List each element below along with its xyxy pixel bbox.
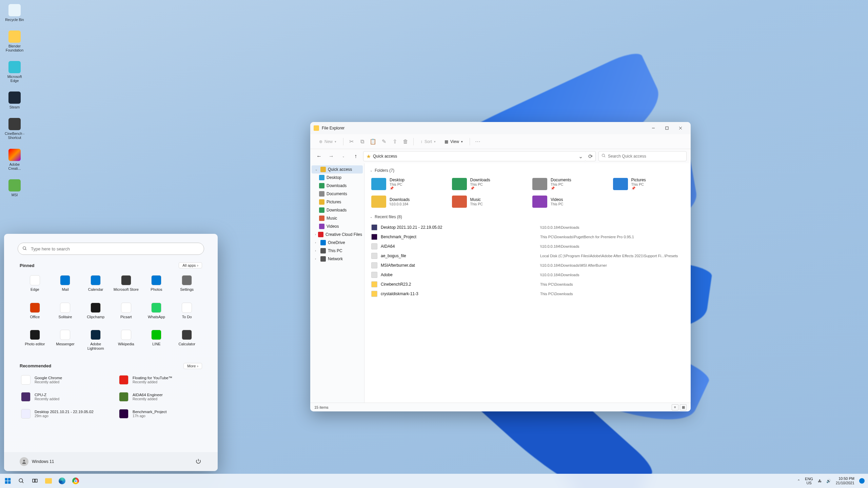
sidebar-item[interactable]: Music: [312, 214, 363, 222]
pinned-app[interactable]: Photo editor: [20, 328, 50, 352]
desktop-icon[interactable]: MSI: [4, 179, 25, 197]
sidebar-item[interactable]: › Creative Cloud Files: [312, 230, 363, 239]
sidebar-item[interactable]: › This PC: [312, 247, 363, 255]
folder-item[interactable]: Desktop This PC 📌: [370, 176, 444, 191]
chevron-down-icon[interactable]: ⌄: [578, 153, 583, 160]
desktop-icon[interactable]: Recycle Bin: [4, 4, 25, 22]
user-account-button[interactable]: Windows 11: [20, 457, 54, 466]
copy-icon[interactable]: ⧉: [358, 137, 367, 146]
recent-file[interactable]: Desktop 2021.10.21 - 22.19.05.02 \\10.0.…: [370, 223, 685, 232]
start-search[interactable]: [18, 243, 204, 255]
desktop-icon[interactable]: Steam: [4, 92, 25, 109]
sidebar-item[interactable]: Downloads: [312, 206, 363, 214]
sidebar-item[interactable]: ⌄ Quick access: [312, 165, 363, 174]
paste-icon[interactable]: 📋: [369, 137, 377, 146]
more-button[interactable]: More›: [183, 363, 202, 369]
folder-item[interactable]: Documents This PC 📌: [531, 176, 605, 191]
recommended-item[interactable]: CPU-Z Recently added: [20, 391, 104, 403]
pinned-app[interactable]: Solitaire: [50, 301, 81, 321]
desktop-icon[interactable]: CineBench - Shortcut: [4, 118, 25, 140]
pinned-app[interactable]: Calculator: [172, 328, 202, 352]
tray-notifications-icon[interactable]: [859, 478, 865, 484]
folder-item[interactable]: Music This PC: [451, 194, 525, 209]
pinned-app[interactable]: Clipchamp: [80, 301, 111, 321]
cut-icon[interactable]: ✂: [347, 137, 356, 146]
details-view-button[interactable]: ≡: [672, 404, 678, 410]
recent-file[interactable]: MSIAfterburner.dat \\10.0.0.184\Download…: [370, 261, 685, 270]
tray-clock[interactable]: 10:50 PM21/10/2021: [836, 476, 854, 485]
sidebar-item[interactable]: Downloads: [312, 182, 363, 190]
sidebar-item[interactable]: Desktop: [312, 174, 363, 182]
recommended-item[interactable]: AIDA64 Engineer Recently added: [118, 391, 202, 403]
sidebar-item[interactable]: Documents: [312, 190, 363, 198]
tray-chevron-icon[interactable]: ⌃: [797, 479, 800, 483]
tray-volume-icon[interactable]: 🔊: [826, 479, 831, 483]
breadcrumb[interactable]: ★ Quick access ⌄: [363, 151, 586, 161]
tray-language[interactable]: ENGUS: [805, 477, 813, 485]
pinned-app[interactable]: Settings: [172, 273, 202, 294]
tray-network-icon[interactable]: 🖧: [818, 479, 822, 483]
search-button[interactable]: [17, 476, 26, 485]
recommended-item[interactable]: Desktop 2021.10.21 - 22.19.05.02 29m ago: [20, 408, 104, 420]
new-button[interactable]: ⊕New▾: [316, 138, 340, 146]
task-view-button[interactable]: [31, 476, 39, 485]
start-button[interactable]: [3, 476, 12, 485]
delete-icon[interactable]: 🗑: [401, 137, 410, 146]
explorer-search-input[interactable]: [608, 154, 684, 159]
close-button[interactable]: [674, 123, 687, 133]
recent-file[interactable]: AIDA64 \\10.0.0.184\Downloads: [370, 242, 685, 251]
sidebar-item[interactable]: Pictures: [312, 198, 363, 206]
recent-file[interactable]: ae_bogus_file Local Disk (C:)\Program Fi…: [370, 251, 685, 261]
recommended-item[interactable]: Benchmark_Project 17h ago: [118, 408, 202, 420]
pinned-app[interactable]: Microsoft Store: [111, 273, 141, 294]
folder-item[interactable]: Downloads \\10.0.0.184: [370, 194, 444, 209]
pinned-app[interactable]: Edge: [20, 273, 50, 294]
pinned-app[interactable]: Wikipedia: [111, 328, 141, 352]
power-button[interactable]: [195, 458, 202, 465]
folder-item[interactable]: Pictures This PC 📌: [612, 176, 686, 191]
taskbar-chrome-button[interactable]: [71, 476, 80, 485]
icons-view-button[interactable]: ▦: [680, 404, 687, 410]
titlebar[interactable]: File Explorer: [310, 122, 691, 134]
pinned-app[interactable]: Calendar: [80, 273, 111, 294]
folder-item[interactable]: Videos This PC: [531, 194, 605, 209]
recent-file[interactable]: CinebenchR23.2 This PC\Downloads: [370, 280, 685, 289]
taskbar-explorer-button[interactable]: [44, 476, 53, 485]
pinned-app[interactable]: WhatsApp: [141, 301, 172, 321]
recommended-item[interactable]: Floating for YouTube™ Recently added: [118, 374, 202, 386]
desktop-icon[interactable]: Microsoft Edge: [4, 61, 25, 83]
recent-file[interactable]: crystaldiskmark-11-3 This PC\Downloads: [370, 289, 685, 299]
pinned-app[interactable]: Office: [20, 301, 50, 321]
sort-button[interactable]: ↕Sort▾: [417, 138, 439, 146]
recent-group-header[interactable]: ⌄Recent files (8): [370, 215, 685, 219]
sidebar-item[interactable]: Videos: [312, 222, 363, 230]
taskbar-edge-button[interactable]: [58, 476, 66, 485]
rename-icon[interactable]: ✎: [379, 137, 388, 146]
pinned-app[interactable]: LINE: [141, 328, 172, 352]
recent-file[interactable]: Adobe \\10.0.0.184\Downloads: [370, 270, 685, 280]
pinned-app[interactable]: Mail: [50, 273, 81, 294]
minimize-button[interactable]: [647, 123, 660, 133]
folders-group-header[interactable]: ⌄Folders (7): [370, 168, 685, 173]
start-search-input[interactable]: [18, 243, 204, 255]
main-pane[interactable]: ⌄Folders (7) Desktop This PC 📌 Downloads…: [364, 163, 691, 403]
view-button[interactable]: ▦View▾: [441, 138, 466, 146]
folder-item[interactable]: Downloads This PC 📌: [451, 176, 525, 191]
sidebar-item[interactable]: › Network: [312, 255, 363, 263]
pinned-app[interactable]: Picsart: [111, 301, 141, 321]
pinned-app[interactable]: Messenger: [50, 328, 81, 352]
forward-button[interactable]: →: [327, 151, 336, 161]
pinned-app[interactable]: To Do: [172, 301, 202, 321]
pinned-app[interactable]: Photos: [141, 273, 172, 294]
desktop-icon[interactable]: Adobe Creati...: [4, 149, 25, 170]
more-icon[interactable]: ⋯: [473, 137, 482, 146]
all-apps-button[interactable]: All apps›: [179, 262, 202, 268]
back-button[interactable]: ←: [314, 151, 324, 161]
recent-file[interactable]: Benchmark_Project This PC\Downloads\Puge…: [370, 232, 685, 242]
share-icon[interactable]: ⇪: [390, 137, 399, 146]
refresh-button[interactable]: ⟳: [586, 151, 596, 161]
up-button[interactable]: ↑: [351, 151, 360, 161]
sidebar-item[interactable]: › OneDrive: [312, 239, 363, 247]
pinned-app[interactable]: Adobe Lightroom: [80, 328, 111, 352]
recommended-item[interactable]: Google Chrome Recently added: [20, 374, 104, 386]
